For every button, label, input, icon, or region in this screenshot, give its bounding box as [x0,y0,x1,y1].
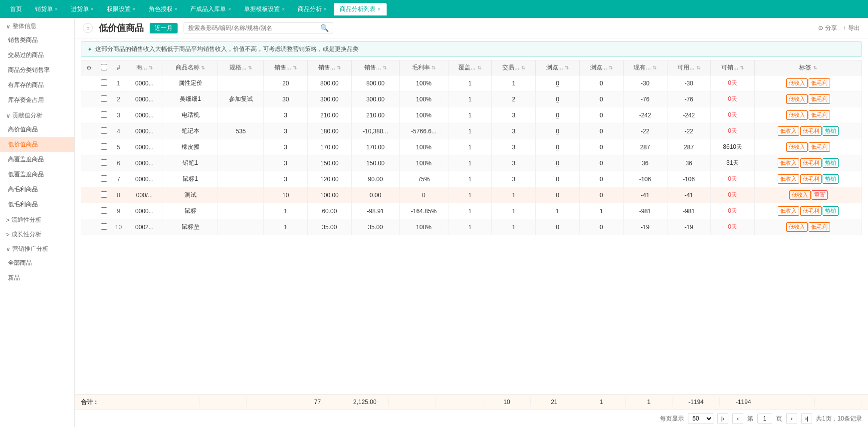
sidebar-item-low-value[interactable]: 低价值商品 [0,137,74,152]
view1-link[interactable]: 0 [556,112,559,119]
cell-checkbox[interactable] [97,171,111,187]
cell-checkbox[interactable] [97,75,111,91]
search-icon[interactable]: 🔍 [320,24,329,32]
next-page-btn[interactable]: › [786,413,797,424]
col-available[interactable]: 可用... ⇅ [667,60,711,75]
share-button[interactable]: ⊙ 分享 [818,24,837,32]
col-margin[interactable]: 毛利率 ⇅ [400,60,448,75]
nav-product-analysis-list-close[interactable]: × [378,6,381,12]
sidebar-item-traded-products[interactable]: 交易过的商品 [0,47,74,62]
sidebar-item-new-products[interactable]: 新品 [0,270,74,285]
col-price[interactable]: 销售... ⇅ [308,60,352,75]
col-spec[interactable]: 规格... ⇅ [218,60,264,75]
col-view2[interactable]: 浏览... ⇅ [580,60,624,75]
cell-checkbox[interactable] [97,219,111,235]
cell-checkbox[interactable] [97,187,111,203]
sidebar-item-stock-capital[interactable]: 库存资金占用 [0,92,74,107]
cell-checkbox[interactable] [97,107,111,123]
cell-view1[interactable]: 0 [536,75,580,91]
view1-link[interactable]: 1 [556,208,559,215]
col-saleable[interactable]: 可销... ⇅ [711,60,755,75]
nav-template-settings[interactable]: 单据模板设置 × [238,3,291,15]
table-area[interactable]: ⚙ # 商... ⇅ 商品名称 ⇅ 规格... ⇅ 销售... ⇅ 销售... … [81,60,862,394]
col-checkbox[interactable] [97,60,111,75]
cell-checkbox[interactable] [97,203,111,219]
nav-role-auth-close[interactable]: × [175,6,178,12]
view1-link[interactable]: 0 [556,176,559,183]
col-name[interactable]: 商品名称 ⇅ [163,60,217,75]
view1-link[interactable]: 0 [556,128,559,135]
col-settings[interactable]: ⚙ [81,60,97,75]
sidebar-item-high-value[interactable]: 高价值商品 [0,122,74,137]
nav-sales-order-close[interactable]: × [55,6,58,12]
nav-template-settings-close[interactable]: × [282,6,285,12]
nav-product-analysis-list[interactable]: 商品分析列表 × [334,3,387,15]
search-input[interactable] [188,24,320,31]
sidebar-group-growth[interactable]: > 成长性分析 [0,226,74,241]
cell-view1[interactable]: 0 [536,187,580,203]
sidebar-collapse-btn[interactable]: « [83,23,93,33]
col-qty[interactable]: 销售... ⇅ [264,60,308,75]
last-page-btn[interactable]: ›| [801,413,812,424]
cell-checkbox[interactable] [97,139,111,155]
row-checkbox[interactable] [101,191,107,198]
cell-view1[interactable]: 0 [536,155,580,171]
view1-link[interactable]: 0 [556,144,559,151]
nav-product-storage[interactable]: 产成品入库单 × [184,3,237,15]
export-button[interactable]: ↑ 导出 [843,24,860,32]
sidebar-item-high-coverage[interactable]: 高覆盖度商品 [0,152,74,167]
row-checkbox[interactable] [101,79,107,86]
time-filter-button[interactable]: 近一月 [150,23,178,33]
col-code[interactable]: 商... ⇅ [126,60,163,75]
col-current[interactable]: 现有... ⇅ [623,60,667,75]
nav-purchase-order[interactable]: 进货单 × [65,3,100,15]
cell-checkbox[interactable] [97,123,111,139]
nav-permissions-close[interactable]: × [133,6,136,12]
cell-view1[interactable]: 0 [536,123,580,139]
nav-sales-order[interactable]: 销货单 × [29,3,64,15]
row-checkbox[interactable] [101,95,107,102]
col-coverage[interactable]: 覆盖... ⇅ [448,60,492,75]
nav-role-auth[interactable]: 角色授权 × [143,3,184,15]
row-checkbox[interactable] [101,159,107,166]
cell-checkbox[interactable] [97,91,111,107]
view1-link[interactable]: 0 [556,224,559,231]
row-checkbox[interactable] [101,127,107,134]
sidebar-item-low-margin[interactable]: 低毛利商品 [0,197,74,212]
nav-product-storage-close[interactable]: × [228,6,231,12]
view1-link[interactable]: 0 [556,192,559,199]
nav-product-analysis[interactable]: 商品分析 × [292,3,333,15]
cell-checkbox[interactable] [97,155,111,171]
cell-view1[interactable]: 0 [536,139,580,155]
first-page-btn[interactable]: |‹ [717,413,728,424]
col-tags[interactable]: 标签 ⇅ [755,60,862,75]
nav-permissions[interactable]: 权限设置 × [101,3,142,15]
sidebar-item-high-margin[interactable]: 高毛利商品 [0,182,74,197]
row-checkbox[interactable] [101,175,107,182]
col-sales[interactable]: 销售... ⇅ [351,60,399,75]
sidebar-item-category-sales[interactable]: 商品分类销售率 [0,62,74,77]
sidebar-item-sales-products[interactable]: 销售类商品 [0,32,74,47]
col-view1[interactable]: 浏览... ⇅ [536,60,580,75]
page-number-input[interactable] [757,414,772,424]
row-checkbox[interactable] [101,111,107,118]
view1-link[interactable]: 0 [556,80,559,87]
nav-home[interactable]: 首页 [4,3,28,15]
cell-view1[interactable]: 0 [536,219,580,235]
view1-link[interactable]: 0 [556,160,559,167]
sidebar-item-stock-products[interactable]: 有库存的商品 [0,77,74,92]
cell-view1[interactable]: 1 [536,203,580,219]
row-checkbox[interactable] [101,223,107,230]
page-size-select[interactable]: 50 100 200 [688,413,713,424]
cell-view1[interactable]: 0 [536,171,580,187]
prev-page-btn[interactable]: ‹ [732,413,743,424]
col-trade[interactable]: 交易... ⇅ [492,60,536,75]
sidebar-item-all-products[interactable]: 全部商品 [0,255,74,270]
row-checkbox[interactable] [101,143,107,150]
sidebar-group-overall[interactable]: ∨ 整体信息 [0,18,74,32]
nav-product-analysis-close[interactable]: × [324,6,327,12]
view1-link[interactable]: 0 [556,96,559,103]
sidebar-group-circulation[interactable]: > 流通性分析 [0,212,74,226]
cell-view1[interactable]: 0 [536,107,580,123]
sidebar-group-marketing[interactable]: ∨ 营销推广分析 [0,241,74,255]
